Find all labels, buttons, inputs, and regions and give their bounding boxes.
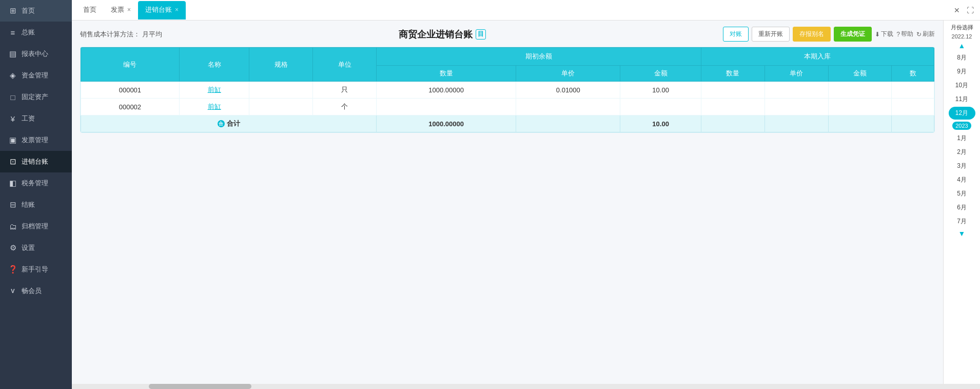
refresh-icon: ↻ [916, 31, 922, 38]
window-maximize-button[interactable]: ⛶ [965, 5, 976, 16]
tab-home[interactable]: 首页 [76, 1, 104, 20]
sidebar-item-settings[interactable]: ⚙ 设置 [0, 237, 72, 259]
reconcile-button[interactable]: 对账 [723, 27, 749, 42]
sidebar-item-close[interactable]: ⊟ 结账 [0, 194, 72, 216]
total-period-in-qty [701, 115, 765, 132]
sidebar-item-guide[interactable]: ❓ 新手引导 [0, 259, 72, 280]
month-item-10[interactable]: 10月 [949, 79, 975, 92]
col-header-spec: 规格 [249, 48, 313, 82]
month-scroll-down-button[interactable]: ▼ [949, 228, 975, 239]
cost-method: 销售成本计算方法： 月平均 [80, 30, 162, 39]
sidebar-item-invoice-mgmt[interactable]: ▣ 发票管理 [0, 129, 72, 151]
total-opening-amount: 10.00 [620, 115, 701, 132]
col-header-opening-price: 单价 [516, 66, 620, 82]
download-icon: ⬇ [875, 31, 880, 38]
cell-name[interactable]: 前缸 [179, 99, 249, 115]
total-opening-price [516, 115, 620, 132]
month-item-2[interactable]: 2月 [949, 146, 975, 159]
cell-unit: 个 [313, 99, 377, 115]
month-item-12[interactable]: 12月 [949, 107, 975, 120]
salary-icon: ¥ [8, 114, 17, 123]
month-item-4[interactable]: 4月 [949, 173, 975, 186]
help-button[interactable]: ? 帮助 [896, 30, 913, 38]
cost-method-value: 月平均 [142, 30, 162, 38]
total-period-in-extra [892, 115, 934, 132]
inventory-table: 编号 名称 规格 单位 期初余额 本期入库 数量 单价 金额 数量 [81, 47, 934, 132]
page-title-area: 商贸企业进销台账 目 [399, 28, 486, 41]
sidebar-item-home[interactable]: ⊞ 首页 [0, 0, 72, 22]
window-close-button[interactable]: ✕ [951, 5, 963, 16]
cell-spec [249, 82, 313, 99]
month-selector-panel: 月份选择 2022.12 ▲ 8月 9月 10月 11月 12月 2023 1月… [943, 21, 980, 384]
cell-name[interactable]: 前缸 [179, 82, 249, 99]
cell-opening-price [516, 99, 620, 115]
cell-period-in-price [765, 99, 828, 115]
col-header-unit: 单位 [313, 48, 377, 82]
sidebar-item-vip[interactable]: V 畅会员 [0, 280, 72, 302]
cell-period-in-amount [828, 82, 892, 99]
refresh-button[interactable]: ↻ 刷新 [916, 30, 935, 38]
ledger-icon: ≡ [8, 28, 17, 37]
sidebar-item-label: 总账 [22, 28, 35, 37]
month-item-3[interactable]: 3月 [949, 160, 975, 172]
reopen-button[interactable]: 重新开账 [752, 27, 790, 42]
month-item-6[interactable]: 6月 [949, 201, 975, 214]
month-item-7[interactable]: 7月 [949, 215, 975, 228]
sidebar-item-archive[interactable]: 🗂 归档管理 [0, 216, 72, 237]
sidebar: ⊞ 首页 ≡ 总账 ▤ 报表中心 ◈ 资金管理 □ 固定资产 ¥ 工资 ▣ 发票… [0, 0, 72, 389]
col-header-period-in: 本期入库 [701, 48, 934, 66]
refresh-label: 刷新 [923, 30, 935, 38]
table-row: 000002 前缸 个 [81, 99, 934, 115]
cell-code: 000001 [81, 82, 180, 99]
sidebar-item-salary[interactable]: ¥ 工资 [0, 108, 72, 129]
sidebar-item-tax[interactable]: ◧ 税务管理 [0, 172, 72, 194]
sidebar-item-funds[interactable]: ◈ 资金管理 [0, 65, 72, 86]
vip-icon: V [8, 288, 17, 294]
month-item-5[interactable]: 5月 [949, 187, 975, 200]
toolbar-buttons: 对账 重新开账 存报别名 生成凭证 ⬇ 下载 ? 帮助 ↻ 刷新 [723, 27, 935, 42]
page-title-icon[interactable]: 目 [476, 29, 486, 40]
tab-invoice[interactable]: 发票 × [104, 1, 138, 20]
sidebar-item-reports[interactable]: ▤ 报表中心 [0, 43, 72, 65]
sidebar-item-label: 资金管理 [22, 71, 48, 80]
home-icon: ⊞ [8, 6, 17, 15]
download-button[interactable]: ⬇ 下载 [875, 30, 893, 38]
col-header-opening-amount: 金额 [620, 66, 701, 82]
cell-spec [249, 99, 313, 115]
sidebar-item-assets[interactable]: □ 固定资产 [0, 86, 72, 108]
month-item-8[interactable]: 8月 [949, 51, 975, 64]
tab-inventory-close[interactable]: × [175, 6, 179, 13]
col-header-period-in-price: 单价 [765, 66, 828, 82]
sidebar-item-label: 新手引导 [22, 265, 48, 274]
archive-icon: 🗂 [8, 222, 17, 231]
sidebar-item-label: 设置 [22, 243, 35, 252]
top-info-bar: 销售成本计算方法： 月平均 商贸企业进销台账 目 对账 重新开账 存报别名 生成… [80, 27, 935, 42]
close-account-icon: ⊟ [8, 200, 17, 209]
sidebar-item-label: 工资 [22, 114, 35, 123]
month-item-1[interactable]: 1月 [949, 132, 975, 145]
year-2023-label: 2023 [952, 122, 971, 130]
content-area: 销售成本计算方法： 月平均 商贸企业进销台账 目 对账 重新开账 存报别名 生成… [72, 21, 980, 384]
sidebar-item-inventory[interactable]: ⊡ 进销台账 [0, 151, 72, 172]
col-header-period-in-extra: 数 [892, 66, 934, 82]
month-item-9[interactable]: 9月 [949, 65, 975, 78]
cell-period-in-amount [828, 99, 892, 115]
cell-opening-amount [620, 99, 701, 115]
tab-home-label: 首页 [83, 5, 96, 14]
horizontal-scrollbar[interactable] [72, 384, 980, 389]
scrollbar-thumb[interactable] [149, 384, 251, 389]
col-header-period-in-amount: 金额 [828, 66, 892, 82]
table-row: 000001 前缸 只 1000.00000 0.01000 10.00 [81, 82, 934, 99]
save-alias-button[interactable]: 存报别名 [793, 27, 831, 42]
tab-inventory[interactable]: 进销台账 × [138, 1, 186, 20]
sidebar-item-ledger[interactable]: ≡ 总账 [0, 22, 72, 43]
tab-invoice-close[interactable]: × [127, 6, 131, 13]
month-item-11[interactable]: 11月 [949, 93, 975, 106]
sidebar-item-label: 报表中心 [22, 49, 48, 59]
generate-voucher-button[interactable]: 生成凭证 [834, 27, 872, 42]
total-opening-qty: 1000.00000 [377, 115, 516, 132]
cell-code: 000002 [81, 99, 180, 115]
col-header-code: 编号 [81, 48, 180, 82]
assets-icon: □ [8, 93, 17, 102]
month-scroll-up-button[interactable]: ▲ [949, 41, 975, 51]
